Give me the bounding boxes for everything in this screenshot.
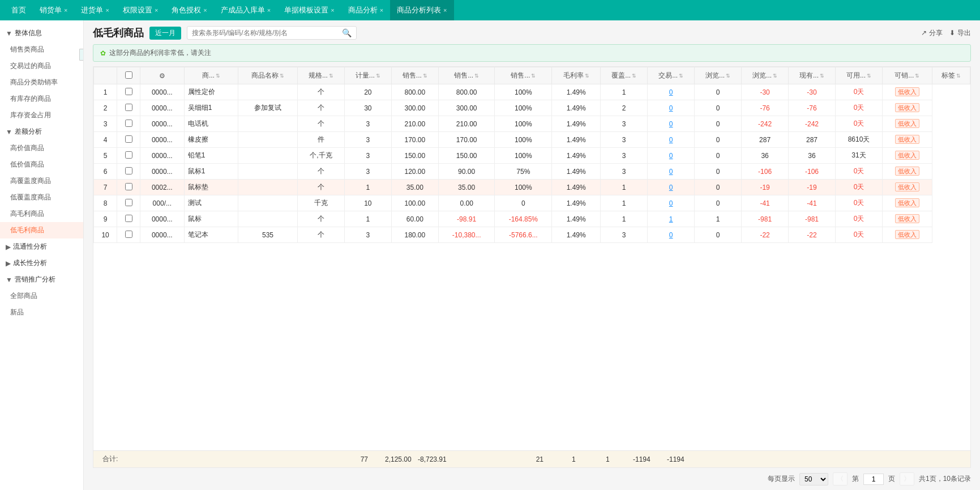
sidebar-item-new-products[interactable]: 新品 [0, 304, 83, 321]
search-input[interactable] [192, 29, 342, 37]
cell-seq: 3 [94, 116, 117, 132]
col-sales-price[interactable]: 销售...⇅ [438, 67, 495, 84]
page-title: 低毛利商品 [93, 26, 144, 40]
cell-view1[interactable]: 0 [648, 84, 695, 100]
cell-check[interactable] [117, 148, 140, 164]
search-icon[interactable]: 🔍 [342, 28, 352, 37]
nav-item-sales[interactable]: 销货单 × [33, 0, 74, 20]
col-view1[interactable]: 浏览...⇅ [695, 67, 742, 84]
col-available[interactable]: 可用...⇅ [836, 67, 883, 84]
sidebar-item-low-margin[interactable]: 低毛利商品 [0, 222, 83, 238]
cell-code: 0002... [140, 180, 184, 195]
cell-sales-qty: 3 [344, 164, 391, 180]
sidebar-group-diff[interactable]: ▼ 差额分析 [0, 123, 83, 140]
col-tx-count[interactable]: 交易...⇅ [648, 67, 695, 84]
cell-check[interactable] [117, 116, 140, 132]
cell-view1[interactable]: 0 [648, 116, 695, 132]
table-row: 3 0000... 电话机 个 3 210.00 210.00 100% 1.4… [94, 116, 970, 132]
sidebar-item-in-stock[interactable]: 有库存的商品 [0, 91, 83, 107]
close-icon[interactable]: × [380, 7, 383, 14]
col-name[interactable]: 商品名称⇅ [238, 67, 298, 84]
sidebar-item-sales-products[interactable]: 销售类商品 [0, 41, 83, 58]
col-code[interactable]: 商...⇅ [184, 67, 238, 84]
sidebar-item-category-rate[interactable]: 商品分类助销率 [0, 74, 83, 91]
cell-check[interactable] [117, 180, 140, 195]
cell-check[interactable] [117, 132, 140, 148]
col-saleable[interactable]: 可销...⇅ [882, 67, 932, 84]
sidebar-group-marketing[interactable]: ▼ 营销推广分析 [0, 271, 83, 288]
chevron-down-icon: ▼ [6, 128, 12, 136]
sidebar-item-low-coverage[interactable]: 低覆盖度商品 [0, 189, 83, 206]
close-icon[interactable]: × [64, 7, 67, 14]
cell-view1[interactable]: 0 [648, 164, 695, 180]
export-button[interactable]: ⬇ 导出 [949, 28, 971, 38]
sidebar-group-flow[interactable]: ▶ 流通性分析 [0, 238, 83, 255]
col-settings[interactable]: ⚙ [140, 67, 184, 84]
per-page-select[interactable]: 50 100 200 [799, 473, 828, 485]
sidebar-group-overall[interactable]: ▼ 整体信息 [0, 25, 83, 41]
cell-check[interactable] [117, 84, 140, 100]
cell-check[interactable] [117, 164, 140, 180]
cell-saleable: 0天 [836, 116, 883, 132]
col-cover-rate[interactable]: 覆盖...⇅ [601, 67, 648, 84]
col-unit[interactable]: 计量...⇅ [344, 67, 391, 84]
cell-view2: 0 [695, 164, 742, 180]
nav-item-purchase[interactable]: 进货单 × [74, 0, 115, 20]
page-number-input[interactable] [863, 474, 884, 485]
cell-check[interactable] [117, 195, 140, 211]
col-current[interactable]: 现有...⇅ [789, 67, 836, 84]
prev-page-button[interactable]: 〈 [833, 472, 848, 485]
close-icon[interactable]: × [267, 7, 271, 14]
nav-item-products[interactable]: 产成品入库单 × [214, 0, 277, 20]
close-icon[interactable]: × [443, 7, 447, 14]
cell-view1[interactable]: 0 [648, 180, 695, 195]
sidebar-item-all-products[interactable]: 全部商品 [0, 288, 83, 304]
nav-item-templates[interactable]: 单据模板设置 × [277, 0, 341, 20]
close-icon[interactable]: × [105, 7, 109, 14]
table-footer: 合计: 77 2,125.00 -8,723.91 21 1 1 -1194 -… [93, 451, 971, 468]
share-button[interactable]: ↗ 分享 [921, 28, 943, 38]
cell-view1[interactable]: 1 [648, 211, 695, 227]
sidebar-item-high-margin[interactable]: 高毛利商品 [0, 206, 83, 222]
nav-item-permissions[interactable]: 权限设置 × [116, 0, 165, 20]
nav-item-home[interactable]: 首页 [5, 0, 33, 20]
nav-item-analysis[interactable]: 商品分析 × [341, 0, 390, 20]
cell-check[interactable] [117, 211, 140, 227]
col-sales-amount[interactable]: 销售...⇅ [495, 67, 552, 84]
col-spec[interactable]: 规格...⇅ [297, 67, 344, 84]
col-tag[interactable]: 标签⇅ [932, 67, 970, 84]
close-icon[interactable]: × [331, 7, 334, 14]
cell-gross-rate: 100% [495, 180, 552, 195]
cell-sales-qty: 1 [344, 180, 391, 195]
nav-item-roles[interactable]: 角色授权 × [165, 0, 213, 20]
cell-saleable: 0天 [836, 164, 883, 180]
cell-available: -41 [789, 195, 836, 211]
sidebar-item-high-value[interactable]: 高价值商品 [0, 140, 83, 156]
sidebar-group-growth[interactable]: ▶ 成长性分析 [0, 255, 83, 271]
close-icon[interactable]: × [203, 7, 207, 14]
sidebar-item-low-value[interactable]: 低价值商品 [0, 156, 83, 173]
sidebar-collapse-button[interactable]: 《 [79, 49, 84, 61]
close-icon[interactable]: × [155, 7, 158, 14]
cell-check[interactable] [117, 100, 140, 116]
select-all-checkbox[interactable] [125, 71, 132, 79]
cell-view1[interactable]: 0 [648, 195, 695, 211]
col-sales-qty[interactable]: 销售...⇅ [391, 67, 438, 84]
sidebar-item-inventory-capital[interactable]: 库存资金占用 [0, 107, 83, 123]
col-view2[interactable]: 浏览...⇅ [742, 67, 789, 84]
sidebar-item-traded[interactable]: 交易过的商品 [0, 58, 83, 74]
cell-saleable: 0天 [836, 100, 883, 116]
cell-view1[interactable]: 0 [648, 132, 695, 148]
time-filter-button[interactable]: 近一月 [149, 27, 181, 40]
cell-view1[interactable]: 0 [648, 227, 695, 243]
cell-view2: 0 [695, 100, 742, 116]
col-gross-rate[interactable]: 毛利率⇅ [552, 67, 601, 84]
cell-check[interactable] [117, 227, 140, 243]
nav-item-analysis-list[interactable]: 商品分析列表 × [390, 0, 453, 20]
cell-view1[interactable]: 0 [648, 148, 695, 164]
next-page-button[interactable]: 〉 [900, 472, 914, 485]
cell-view1[interactable]: 0 [648, 100, 695, 116]
sidebar-item-high-coverage[interactable]: 高覆盖度商品 [0, 173, 83, 189]
col-check[interactable] [117, 67, 140, 84]
cell-sales-qty: 3 [344, 132, 391, 148]
